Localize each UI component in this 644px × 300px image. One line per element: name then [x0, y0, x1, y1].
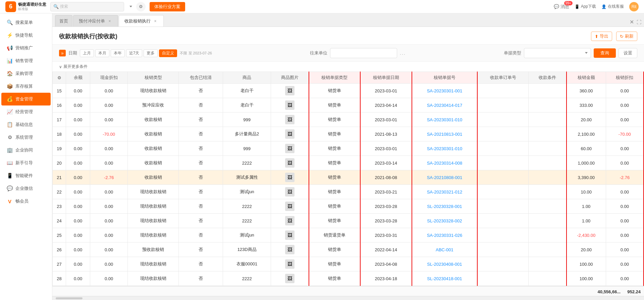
sidebar-item-guide[interactable]: 📖 新手引导: [1, 157, 51, 169]
sidebar-item-label: 基础信息: [15, 122, 33, 128]
cell-include-settled: 否: [179, 199, 223, 214]
sidebar-item-basic-info[interactable]: 📋 基础信息: [1, 118, 51, 131]
date-filter-label: 日期: [68, 50, 77, 56]
guide-icon: 📖: [7, 160, 13, 166]
cell-cancel-bill-no: SL-20230328-001: [412, 199, 478, 214]
system-icon: ⚙: [7, 134, 13, 140]
cell-collection-order-no: [477, 113, 529, 127]
refresh-icon: ↻: [620, 34, 624, 39]
cell-cancel-amount: -2,430.00: [567, 228, 606, 243]
date-btn-custom[interactable]: 自定义: [159, 49, 177, 57]
sidebar-item-enterprise[interactable]: 🏢 企业协同: [1, 144, 51, 157]
cell-id: 20: [53, 156, 66, 170]
refresh-button[interactable]: ↻ 刷新: [616, 32, 637, 41]
cell-cancel-bill-type: 销货单: [309, 199, 360, 214]
sidebar-item-finance[interactable]: 💰 资金管理: [1, 93, 51, 105]
horizontal-scrollbar[interactable]: [52, 296, 644, 300]
table-row: 18 0.00 -70.00 收款核销 否 多计量商品2 🖼 销货单 2021-…: [53, 127, 644, 141]
date-btn-more[interactable]: 更多: [144, 49, 158, 57]
cell-cancel-discount: 0.00: [606, 98, 644, 113]
filter-toggle-btn[interactable]: »: [59, 50, 66, 56]
gear-button[interactable]: ⚙: [136, 2, 146, 11]
date-btn-this-year[interactable]: 本年: [111, 49, 125, 57]
partner-input[interactable]: [330, 48, 397, 58]
cell-cancel-bill-type: 销货单: [309, 127, 360, 141]
cell-cancel-bill-no: SL-20230328-002: [412, 214, 478, 228]
cell-balance: 0.00: [66, 127, 90, 141]
online-service-button[interactable]: 👤 在线客服: [601, 4, 624, 9]
tab-collection[interactable]: 收款核销执行 ×: [119, 15, 164, 27]
page-header: 收款核销执行(按收款) ⬆ 导出 ↻ 刷新: [52, 27, 644, 45]
cell-goods: 2222: [223, 271, 271, 286]
cell-cancel-discount: -2.76: [606, 170, 644, 185]
sidebar-item-inventory[interactable]: 📦 库存核算: [1, 80, 51, 93]
expand-label: 展开更多条件: [63, 64, 88, 70]
col-gear[interactable]: ⚙: [53, 72, 66, 84]
cell-goods: 测试多属性: [223, 170, 271, 185]
cell-goods: 测试jun: [223, 185, 271, 199]
cell-collection-condition: [529, 170, 567, 185]
app-download-button[interactable]: 📱 App下载: [575, 4, 596, 9]
table-settings-button[interactable]: 设置: [619, 48, 637, 58]
cell-cancel-bill-type: 销货单: [309, 98, 360, 113]
partner-ellipsis[interactable]: ...: [400, 50, 406, 56]
refresh-label: 刷新: [625, 33, 634, 39]
close-window-icon[interactable]: ✕: [630, 19, 634, 25]
fullscreen-icon[interactable]: ⛶: [637, 19, 641, 25]
date-btn-last-month[interactable]: 上月: [80, 49, 94, 57]
sidebar-item-search[interactable]: 🔍 搜索菜单: [1, 16, 51, 29]
cell-cancel-bill-date: 2023-03-14: [360, 156, 412, 170]
tab-prepay-close-icon[interactable]: ×: [107, 18, 112, 24]
table-row: 17 0.00 0.00 收款核销 否 999 🖼 销货单 2023-03-01…: [53, 113, 644, 127]
notification-button[interactable]: 💬 消息 99+: [554, 4, 569, 10]
bill-type-filter: 单据类型: [504, 48, 591, 58]
cell-cancel-bill-date: 2022-04-14: [360, 243, 412, 257]
cell-cancel-bill-date: 2021-08-13: [360, 127, 412, 141]
tab-prepay[interactable]: 预付冲应付单 ×: [73, 15, 118, 27]
expand-more-btn[interactable]: ∨ 展开更多条件: [59, 64, 637, 70]
sidebar: 🔍 搜索菜单 ⚡ 快捷导航 📢 营销推广 📊 销售管理 🏠 采购管理 📦 库存核…: [0, 13, 52, 300]
sales-icon: 📊: [7, 58, 13, 64]
date-btn-7days[interactable]: 近7天: [126, 49, 143, 57]
cell-goods-img: 🖼: [271, 199, 309, 214]
sidebar-item-quick-nav[interactable]: ⚡ 快捷导航: [1, 29, 51, 42]
sidebar-item-smart-hw[interactable]: 📱 智能硬件: [1, 169, 51, 182]
cell-goods: 多计量商品2: [223, 127, 271, 141]
sidebar-item-marketing[interactable]: 📢 营销推广: [1, 42, 51, 54]
cell-cancel-amount: 1,000.00: [567, 156, 606, 170]
cell-collection-condition: [529, 185, 567, 199]
cell-cancel-bill-type: 销货单: [309, 271, 360, 286]
tab-collection-close-icon[interactable]: ×: [153, 18, 158, 24]
sidebar-item-operation[interactable]: 📈 经营管理: [1, 105, 51, 118]
tab-home[interactable]: 首页: [55, 15, 72, 27]
user-avatar[interactable]: Rit: [629, 2, 639, 11]
member-icon: V: [7, 198, 13, 204]
cell-balance: 0.00: [66, 84, 90, 98]
cell-id: 21: [53, 170, 66, 185]
cell-id: 16: [53, 98, 66, 113]
cell-collection-order-no: [477, 98, 529, 113]
cell-cash-discount: 0.00: [90, 214, 128, 228]
sidebar-item-sales[interactable]: 📊 销售管理: [1, 54, 51, 67]
industry-button[interactable]: 体验行业方案: [150, 2, 185, 11]
search-bar[interactable]: 🔍 搜索: [50, 2, 124, 11]
sidebar-item-wechat[interactable]: 💬 企业微信: [1, 182, 51, 195]
cell-cancel-bill-date: 2023-03-21: [360, 185, 412, 199]
cell-cancel-bill-type: 销货单: [309, 214, 360, 228]
sidebar-item-label: 系统管理: [15, 134, 33, 140]
sidebar-item-system[interactable]: ⚙ 系统管理: [1, 131, 51, 144]
cell-balance: 0.00: [66, 199, 90, 214]
scrollbar-thumb[interactable]: [56, 297, 83, 299]
bill-type-select[interactable]: [524, 48, 591, 58]
sidebar-item-member[interactable]: V 畅会员: [1, 195, 51, 208]
export-button[interactable]: ⬆ 导出: [591, 32, 612, 41]
dropdown-btn[interactable]: [128, 6, 132, 7]
query-button[interactable]: 查询: [594, 48, 616, 58]
cell-collection-condition: [529, 141, 567, 156]
sidebar-item-purchase[interactable]: 🏠 采购管理: [1, 67, 51, 80]
cell-cancel-bill-no: SA-20230321-012: [412, 185, 478, 199]
date-btn-this-month[interactable]: 本月: [95, 49, 109, 57]
cell-cancel-type: 收款核销: [128, 113, 179, 127]
cell-collection-order-no: [477, 84, 529, 98]
cell-cancel-discount: 0.00: [606, 228, 644, 243]
